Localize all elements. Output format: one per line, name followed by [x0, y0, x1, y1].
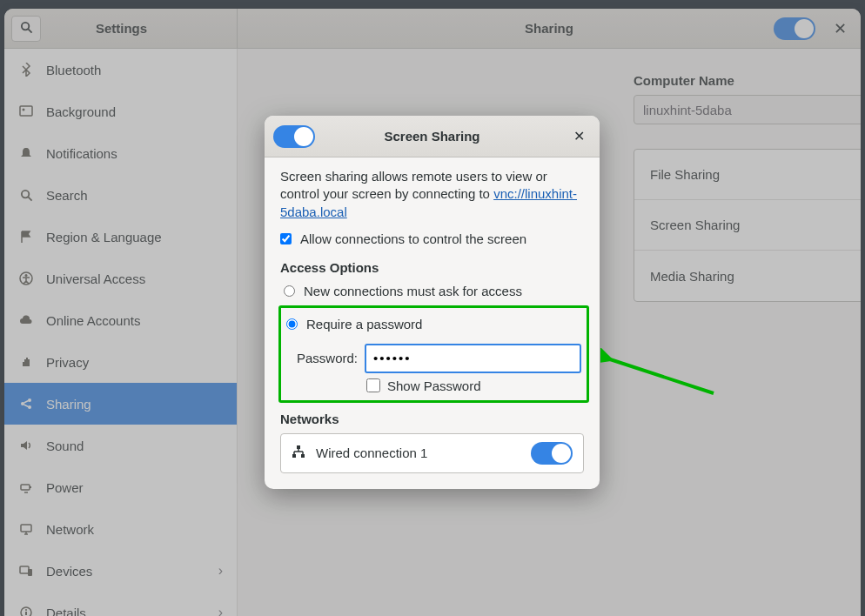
sidebar-item-label: Network — [46, 522, 94, 537]
page-title: Sharing — [238, 21, 861, 36]
search-icon — [20, 21, 33, 37]
devices-icon — [18, 563, 34, 579]
svg-point-3 — [23, 109, 25, 111]
svg-rect-15 — [21, 525, 31, 532]
svg-point-0 — [21, 22, 28, 29]
svg-rect-23 — [297, 445, 300, 449]
network-toggle[interactable] — [531, 442, 573, 465]
sidebar-item-label: Details — [46, 606, 86, 617]
sharing-master-toggle[interactable] — [774, 17, 815, 40]
network-icon — [18, 521, 34, 537]
allow-control-checkbox[interactable] — [280, 233, 292, 244]
dialog-description: Screen sharing allows remote users to vi… — [280, 168, 584, 221]
computer-name-input[interactable] — [634, 95, 861, 124]
sidebar-item-universal-access[interactable]: Universal Access — [4, 258, 237, 299]
show-password-row[interactable]: Show Password — [366, 378, 581, 393]
bell-icon — [18, 145, 34, 161]
app-title: Settings — [41, 21, 237, 36]
screen-sharing-dialog: Screen Sharing ✕ Screen sharing allows r… — [265, 116, 600, 489]
svg-point-21 — [25, 609, 27, 611]
password-input[interactable] — [365, 344, 581, 373]
sidebar-item-privacy[interactable]: Privacy — [4, 341, 237, 383]
sidebar-item-label: Search — [46, 188, 88, 203]
radio-password-label: Require a password — [306, 317, 422, 331]
sidebar-item-label: Region & Language — [46, 230, 162, 244]
sharing-row-label: File Sharing — [650, 167, 720, 182]
sharing-options-list: File Sharing OffScreen Sharing ActiveMed… — [634, 149, 861, 302]
bluetooth-icon — [18, 62, 34, 77]
sidebar-item-sharing[interactable]: Sharing — [4, 383, 237, 425]
svg-rect-13 — [21, 485, 30, 490]
svg-point-4 — [21, 190, 28, 197]
svg-point-10 — [28, 405, 31, 409]
radio-ask-row[interactable]: New connections must ask for access — [284, 278, 584, 304]
dialog-close-button[interactable]: ✕ — [567, 124, 591, 149]
chevron-right-icon: › — [218, 563, 223, 579]
sidebar-item-online-accounts[interactable]: Online Accounts — [4, 299, 237, 341]
share-icon — [18, 396, 34, 412]
sidebar-item-details[interactable]: Details › — [4, 592, 237, 616]
radio-ask-label: New connections must ask for access — [304, 284, 522, 298]
screen-sharing-toggle[interactable] — [273, 125, 315, 148]
radio-ask-access[interactable] — [284, 285, 295, 297]
search-icon — [18, 187, 34, 203]
svg-line-1 — [28, 29, 31, 32]
sharing-row-label: Screen Sharing — [650, 218, 740, 232]
network-row: Wired connection 1 — [280, 433, 584, 473]
hand-icon — [18, 354, 34, 370]
password-label: Password: — [297, 351, 358, 365]
sidebar-item-search[interactable]: Search — [4, 174, 237, 216]
sidebar-item-label: Notifications — [46, 146, 117, 161]
networks-heading: Networks — [280, 412, 584, 426]
svg-line-5 — [28, 197, 31, 200]
svg-rect-2 — [20, 106, 32, 116]
sidebar-item-label: Devices — [46, 564, 92, 579]
sharing-row-screen-sharing[interactable]: Screen Sharing Active — [634, 200, 861, 251]
sharing-row-file-sharing[interactable]: File Sharing Off — [634, 150, 861, 200]
background-icon — [18, 104, 34, 119]
svg-point-9 — [28, 398, 31, 402]
allow-control-row[interactable]: Allow connections to control the screen — [280, 226, 584, 251]
wired-network-icon — [292, 445, 305, 461]
svg-rect-14 — [30, 486, 31, 488]
close-icon: ✕ — [573, 128, 585, 144]
svg-rect-25 — [301, 454, 305, 458]
sidebar-item-devices[interactable]: Devices › — [4, 550, 237, 592]
sidebar-item-background[interactable]: Background — [4, 90, 237, 132]
svg-rect-19 — [28, 569, 32, 576]
allow-control-label: Allow connections to control the screen — [300, 231, 526, 246]
search-button[interactable] — [11, 16, 41, 42]
power-icon — [18, 479, 34, 495]
sidebar-item-label: Online Accounts — [46, 313, 140, 328]
sidebar-item-network[interactable]: Network — [4, 508, 237, 550]
sidebar-item-label: Universal Access — [46, 271, 145, 286]
svg-rect-24 — [292, 454, 296, 458]
computer-name-label: Computer Name — [634, 73, 861, 88]
sidebar-item-label: Sharing — [46, 397, 91, 412]
details-icon — [18, 605, 34, 616]
sidebar-item-notifications[interactable]: Notifications — [4, 132, 237, 174]
sidebar-item-power[interactable]: Power — [4, 466, 237, 508]
sidebar-item-label: Background — [46, 104, 116, 119]
svg-point-7 — [25, 274, 28, 277]
show-password-checkbox[interactable] — [366, 378, 380, 392]
sidebar-item-sound[interactable]: Sound — [4, 425, 237, 466]
sidebar-item-bluetooth[interactable]: Bluetooth — [4, 49, 237, 90]
universal-icon — [18, 271, 34, 286]
sharing-row-label: Media Sharing — [650, 269, 734, 284]
speaker-icon — [18, 438, 34, 453]
sharing-row-media-sharing[interactable]: Media Sharing Off — [634, 251, 861, 301]
sidebar-item-label: Privacy — [46, 355, 89, 370]
network-name: Wired connection 1 — [316, 445, 427, 460]
sidebar-item-label: Bluetooth — [46, 63, 101, 77]
radio-require-password[interactable] — [286, 318, 298, 330]
flag-icon — [18, 229, 34, 244]
sidebar-item-label: Sound — [46, 439, 84, 453]
sidebar-item-region-language[interactable]: Region & Language — [4, 216, 237, 258]
radio-password-row[interactable]: Require a password — [286, 311, 581, 337]
show-password-label: Show Password — [387, 378, 481, 393]
cloud-icon — [18, 312, 34, 328]
svg-line-11 — [24, 401, 29, 404]
sidebar-item-label: Power — [46, 480, 84, 495]
highlight-annotation: Require a password Password: Show Passwo… — [278, 305, 589, 403]
